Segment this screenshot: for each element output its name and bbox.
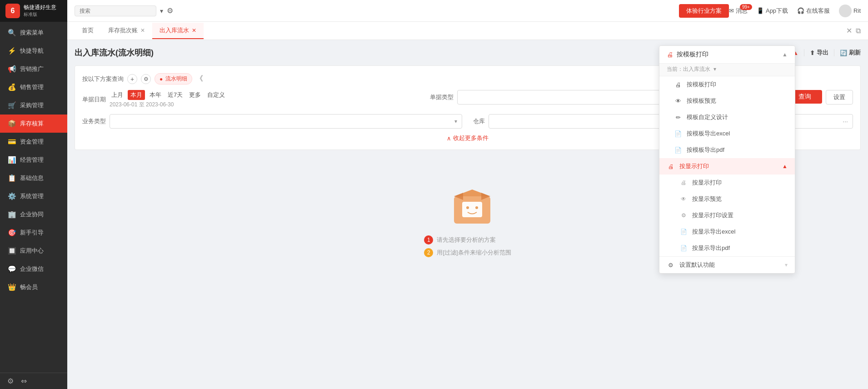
footer-title: 设置默认功能 [679,261,715,269]
template-custom-icon: ✏ [674,113,682,121]
sidebar-item-inventory[interactable]: 📦 库存核算 [0,115,67,133]
biz-type-select[interactable]: ▾ [110,114,462,129]
sidebar-item-shortcut[interactable]: ⚡ 快捷导航 [0,42,67,60]
message-btn[interactable]: ✉ 消息 99+ [729,7,748,15]
sidebar-item-label: 采购管理 [20,101,44,110]
step-1-text: 请先选择要分析的方案 [437,236,496,244]
sidebar-item-member[interactable]: 👑 畅会员 [0,278,67,296]
sidebar-item-basic[interactable]: 📋 基础信息 [0,169,67,187]
topbar-gear-icon[interactable]: ⚙ [167,6,173,15]
logo-sub: 标准版 [24,11,56,18]
target-icon: 🎯 [7,228,16,237]
trial-btn[interactable]: 体验行业方案 [679,4,729,18]
sidebar-item-label: 快捷导航 [20,47,44,55]
footer-arrow-icon: ▾ [785,262,788,268]
user-profile[interactable]: Rit [839,5,861,17]
filter-add-btn[interactable]: + [127,74,137,84]
tab-batch[interactable]: 库存批次账 ✕ [101,23,152,39]
dropdown-sub-display-excel[interactable]: 📄 按显示导出excel [659,224,795,240]
tab-flow-close[interactable]: ✕ [192,27,196,34]
dropdown-sub-display-settings[interactable]: ⚙ 按显示打印设置 [659,207,795,224]
sidebar-item-finance[interactable]: 💳 资金管理 [0,133,67,151]
sidebar-item-apps[interactable]: 🔲 应用中心 [0,242,67,260]
sidebar-item-guide[interactable]: 🎯 新手引导 [0,224,67,242]
date-label: 单据日期 [82,95,106,104]
step-2-num: 2 [424,248,433,257]
settings-bottom-btn[interactable]: ⚙ [7,377,14,385]
sidebar-item-purchase[interactable]: 🛒 采购管理 [0,96,67,115]
export-btn[interactable]: ⬆ 导出 [810,49,828,57]
tab-batch-label: 库存批次账 [108,26,138,35]
biz-type-label: 业务类型 [82,117,106,125]
tab-home-label: 首页 [82,26,94,35]
dropdown-item-template-pdf[interactable]: 📄 按模板导出pdf [659,142,795,158]
filter-tag[interactable]: ● 流水明细 [155,73,192,85]
tab-batch-close[interactable]: ✕ [140,27,145,34]
dropdown-sub-display-print[interactable]: 🖨 按显示打印 [659,175,795,191]
dropdown-item-template-excel[interactable]: 📄 按模板导出excel [659,125,795,142]
restore-window-btn[interactable]: ⧉ [856,27,861,35]
filter-label: 按以下方案查询 [82,75,124,83]
dropdown-sub-display-pdf[interactable]: 📄 按显示导出pdf [659,240,795,256]
chat-icon: 💬 [7,264,16,274]
dropdown-footer[interactable]: ⚙ 设置默认功能 ▾ [659,256,795,273]
template-print-label: 按模板打印 [687,80,716,89]
sidebar-item-weixin[interactable]: 💬 企业微信 [0,260,67,278]
step-1-num: 1 [424,235,433,244]
date-opt-more[interactable]: 更多 [187,90,203,100]
clipboard-icon: 📋 [7,174,16,183]
sidebar-item-sales[interactable]: 💰 销售管理 [0,78,67,96]
topbar-dropdown-btn[interactable]: ▾ [160,7,163,15]
avatar [839,5,852,17]
crown-icon: 👑 [7,283,16,292]
megaphone-icon: 📢 [7,65,16,74]
app-download-btn[interactable]: 📱 App下载 [757,7,788,15]
service-btn[interactable]: 🎧 在线客服 [797,7,830,15]
refresh-btn[interactable]: 🔄 刷新 [840,49,861,57]
sidebar-item-system[interactable]: ⚙️ 系统管理 [0,187,67,205]
date-opt-last-month[interactable]: 上月 [110,90,125,100]
dropdown-section-display[interactable]: 🖨 按显示打印 ▲ [659,158,795,175]
topbar-search-input[interactable] [75,5,156,16]
collapse-sidebar-btn[interactable]: ⇔ [21,377,27,385]
display-excel-label: 按显示导出excel [692,228,735,236]
gear-icon: ⚙️ [7,192,16,201]
display-section-title: 按显示打印 [679,162,709,170]
date-opt-7days[interactable]: 近7天 [166,90,185,100]
sidebar-item-search[interactable]: 🔍 搜索菜单 [0,24,67,42]
sidebar-item-label: 资金管理 [20,138,44,146]
action-sep1 [804,49,804,56]
refresh-label: 刷新 [849,49,861,57]
close-window-btn[interactable]: ✕ [846,26,852,35]
refresh-icon: 🔄 [840,50,847,56]
settings-btn[interactable]: 设置 [826,90,853,105]
action-sep2 [834,49,834,56]
date-opt-this-year[interactable]: 本年 [148,90,163,100]
filter-collapse-btn[interactable]: 《 [196,74,203,84]
empty-step-2: 2 用[过滤]条件来缩小分析范围 [424,248,511,257]
display-section-arrow-icon: ▲ [782,163,788,170]
warehouse-label: 仓库 [473,117,485,125]
tab-flow[interactable]: 出入库流水 ✕ [152,23,204,39]
display-settings-label: 按显示打印设置 [692,211,733,219]
date-opt-custom[interactable]: 自定义 [205,90,227,100]
card-icon: 💳 [7,137,16,146]
dropdown-item-template-print[interactable]: 🖨 按模板打印 [659,76,795,93]
biz-select-arrow: ▾ [454,118,457,125]
display-preview-label: 按显示预览 [692,195,722,203]
date-opt-this-month[interactable]: 本月 [128,90,145,100]
warehouse-dots-icon: ··· [843,118,848,125]
tab-home[interactable]: 首页 [75,23,101,39]
dropdown-item-template-custom[interactable]: ✏ 模板自定义设计 [659,109,795,125]
sidebar-item-marketing[interactable]: 📢 营销推广 [0,60,67,78]
app-logo: 6 畅捷通好生意 标准版 [0,0,67,22]
dropdown-item-template-preview[interactable]: 👁 按模板预览 [659,93,795,109]
sidebar-item-label: 企业协同 [20,210,44,219]
filter-tag-text: 流水明细 [165,75,187,83]
sidebar-item-corp[interactable]: 🏢 企业协同 [0,205,67,224]
sidebar-item-operations[interactable]: 📊 经营管理 [0,151,67,169]
box-icon: 📦 [7,119,16,128]
filter-settings-btn[interactable]: ⚙ [141,74,151,84]
dropdown-sub-display-preview[interactable]: 👁 按显示预览 [659,191,795,207]
display-preview-icon: 👁 [679,195,688,203]
